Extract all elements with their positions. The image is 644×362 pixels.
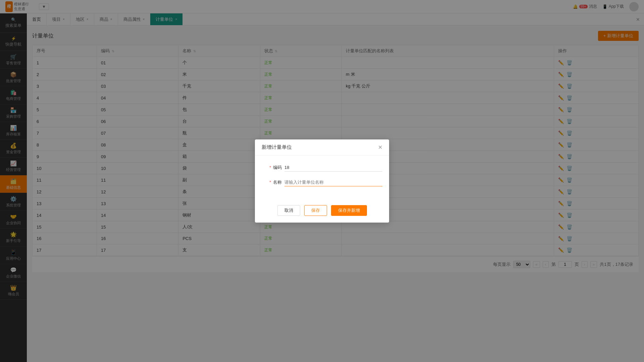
form-row-name: * 名称 — [262, 178, 382, 186]
cancel-button[interactable]: 取消 — [277, 205, 300, 216]
modal-body: * 编码 * 名称 — [255, 156, 389, 201]
code-label: * 编码 — [262, 165, 282, 171]
code-required-mark: * — [269, 165, 271, 170]
modal-title: 新增计量单位 — [262, 144, 292, 150]
name-required-mark: * — [269, 180, 271, 185]
modal-header: 新增计量单位 ✕ — [255, 139, 389, 156]
name-label: * 名称 — [262, 179, 282, 185]
save-button[interactable]: 保存 — [304, 205, 327, 216]
save-and-new-button[interactable]: 保存并新增 — [331, 205, 367, 216]
modal-close-button[interactable]: ✕ — [378, 145, 382, 150]
name-input[interactable] — [284, 178, 382, 186]
modal-overlay: 新增计量单位 ✕ * 编码 * 名称 取消 保存 保存并新增 — [0, 0, 644, 362]
modal-footer: 取消 保存 保存并新增 — [255, 201, 389, 223]
add-unit-modal: 新增计量单位 ✕ * 编码 * 名称 取消 保存 保存并新增 — [255, 139, 389, 223]
form-row-code: * 编码 — [262, 164, 382, 172]
code-input[interactable] — [284, 164, 382, 172]
